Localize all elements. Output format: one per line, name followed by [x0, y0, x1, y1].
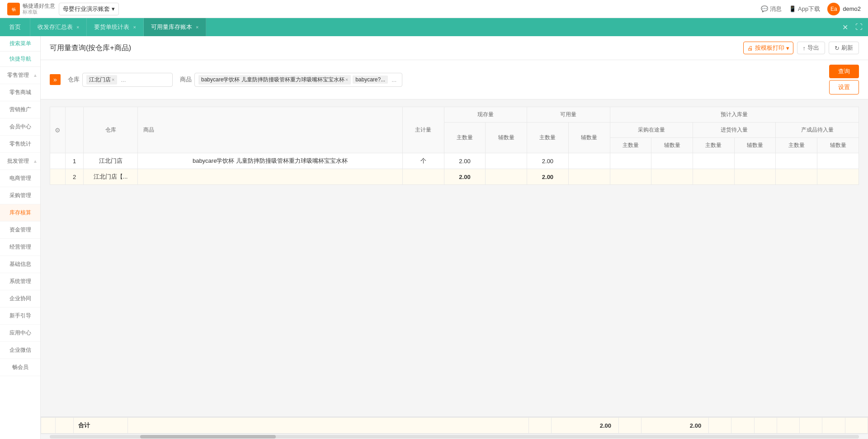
- sidebar-label-retail-stats: 零售统计: [3, 140, 38, 148]
- sidebar-item-app-center[interactable]: 应用中心: [0, 325, 40, 342]
- sidebar-item-vip[interactable]: 畅会员: [0, 359, 40, 376]
- refresh-button[interactable]: ↻ 刷新: [829, 42, 859, 54]
- warehouse-tag: 江北门店 ×: [86, 75, 117, 85]
- sidebar-item-enterprise[interactable]: 企业协同: [0, 290, 40, 307]
- print-label: 按模板打印: [755, 44, 784, 52]
- tab-available-stock-label: 可用量库存账本: [151, 23, 192, 31]
- tab-available-stock[interactable]: 可用量库存账本 ×: [144, 18, 206, 36]
- settings-button[interactable]: 设置: [829, 80, 859, 94]
- tab-order-stats[interactable]: 要货单统计表 ×: [87, 18, 143, 36]
- sidebar-item-purchase[interactable]: 采购管理: [0, 187, 40, 204]
- user-area[interactable]: Ea demo2: [827, 3, 861, 15]
- tab-order-stats-close[interactable]: ×: [133, 24, 136, 30]
- tab-receivable[interactable]: 收发存汇总表 ×: [30, 18, 87, 36]
- row1-warehouse: 江北门店: [84, 153, 138, 169]
- table-row: 1 江北门店 babycare学饮杯 儿童防摔防撞吸管杯重力球吸嘴杯宝宝水杯 个…: [50, 153, 859, 169]
- tab-available-stock-close[interactable]: ×: [196, 24, 198, 30]
- logo-area: 畅 畅捷通好生意 标准版: [7, 3, 55, 15]
- warehouse-tag-container[interactable]: 江北门店 × ...: [82, 73, 173, 87]
- export-icon: ↑: [803, 45, 806, 52]
- row2-purchase-main: [610, 169, 651, 185]
- industry-selector[interactable]: 母婴行业演示账套 ▾: [59, 3, 119, 15]
- row1-seq: 1: [66, 153, 84, 169]
- nav-right-icons: ✕ ⛶: [837, 18, 868, 36]
- col-forecast-group: 预计入库量: [610, 107, 859, 123]
- row2-unit: [402, 169, 444, 185]
- footer-label: 合计: [74, 418, 128, 434]
- logo-icon: 畅: [7, 3, 20, 15]
- sidebar-item-wholesale[interactable]: 批发管理 ▲: [0, 153, 40, 170]
- warehouse-more-dots[interactable]: ...: [119, 76, 127, 83]
- sidebar-item-guide[interactable]: 新手引导: [0, 307, 40, 325]
- col-available-sub-header: 辅数量: [568, 123, 610, 153]
- sidebar-label-operations: 经营管理: [3, 243, 38, 251]
- col-production-sub-header: 辅数量: [817, 138, 859, 153]
- sidebar-item-member[interactable]: 会员中心: [0, 118, 40, 136]
- footer-unit: [529, 418, 552, 434]
- sidebar-search[interactable]: 搜索菜单: [0, 36, 40, 52]
- sidebar-label-purchase: 采购管理: [3, 192, 38, 199]
- row1-purchase-main: [610, 153, 651, 169]
- filter-bar: » 仓库 江北门店 × ... 商品 babycare学饮杯 儿童防摔防撞吸管杯…: [41, 60, 868, 99]
- tab-home-label: 首页: [9, 23, 21, 31]
- product-tag1-remove[interactable]: ×: [345, 77, 348, 82]
- app-download-button[interactable]: 📱 App下载: [789, 5, 820, 13]
- sidebar-item-basic-info[interactable]: 基础信息: [0, 256, 40, 273]
- row2-production-main: [776, 169, 817, 185]
- sidebar-label-basic-info: 基础信息: [3, 260, 38, 268]
- product-more-dots[interactable]: ...: [390, 76, 398, 83]
- scrollbar-thumb[interactable]: [140, 435, 276, 439]
- sidebar-quick-nav[interactable]: 快捷导航: [0, 52, 40, 67]
- sidebar-item-retail-mall[interactable]: 零售商城: [0, 84, 40, 101]
- table-footer: 合计 2.00 2.00: [41, 416, 868, 434]
- print-button[interactable]: 🖨 按模板打印 ▾: [743, 42, 793, 54]
- footer-col2: [56, 418, 74, 434]
- sidebar-label-retail-mgmt: 零售管理: [3, 71, 33, 79]
- username: demo2: [843, 5, 861, 12]
- filter-toggle-button[interactable]: »: [50, 74, 61, 85]
- footer-product: [128, 418, 529, 434]
- row2-incoming-sub: [734, 169, 776, 185]
- sidebar-search-label: 搜索菜单: [9, 40, 31, 47]
- horizontal-scrollbar[interactable]: [41, 434, 868, 439]
- sidebar-item-inventory[interactable]: 库存核算: [0, 204, 40, 222]
- content-area: 可用量查询(按仓库+商品) 🖨 按模板打印 ▾ ↑ 导出 ↻ 刷新: [41, 36, 868, 439]
- message-button[interactable]: 💬 消息: [761, 5, 782, 13]
- col-seq-header: [66, 107, 84, 153]
- print-chevron: ▾: [786, 45, 789, 52]
- col-unit-header: 主计量: [402, 107, 444, 153]
- sidebar-item-marketing[interactable]: 营销推广: [0, 101, 40, 118]
- nav-expand-icon[interactable]: ⛶: [854, 21, 864, 33]
- sidebar-item-operations[interactable]: 经营管理: [0, 239, 40, 256]
- tab-receivable-close[interactable]: ×: [76, 24, 79, 30]
- settings-gear-icon[interactable]: ⚙: [55, 127, 61, 134]
- footer-current-main: 2.00: [552, 418, 619, 434]
- page-header: 可用量查询(按仓库+商品) 🖨 按模板打印 ▾ ↑ 导出 ↻ 刷新: [41, 36, 868, 60]
- col-incoming-sub-header: 辅数量: [734, 138, 776, 153]
- sidebar-item-ecommerce[interactable]: 电商管理: [0, 170, 40, 187]
- export-button[interactable]: ↑ 导出: [797, 42, 826, 54]
- tab-home[interactable]: 首页: [0, 18, 30, 36]
- col-settings-header: ⚙: [50, 107, 66, 153]
- warehouse-tag-remove[interactable]: ×: [112, 77, 114, 82]
- chevron-icon: ▲: [33, 73, 38, 78]
- sidebar-label-guide: 新手引导: [3, 312, 38, 320]
- query-button[interactable]: 查询: [829, 65, 859, 78]
- nav-close-icon[interactable]: ✕: [840, 21, 850, 33]
- product-tag2-text: babycare?...: [355, 76, 385, 83]
- row1-checkbox: [50, 153, 66, 169]
- sidebar-quick-nav-label: 快捷导航: [9, 56, 31, 62]
- sidebar-label-app-center: 应用中心: [3, 329, 38, 337]
- footer-row: 合计 2.00 2.00: [41, 418, 868, 434]
- sidebar-item-retail-stats[interactable]: 零售统计: [0, 136, 40, 153]
- sidebar-item-wechat[interactable]: 企业微信: [0, 342, 40, 359]
- sidebar-label-vip: 畅会员: [3, 363, 38, 371]
- product-tag-container[interactable]: babycare学饮杯 儿童防摔防撞吸管杯重力球吸嘴杯宝宝水杯 × babyca…: [194, 73, 402, 87]
- product-filter: 商品 babycare学饮杯 儿童防摔防撞吸管杯重力球吸嘴杯宝宝水杯 × bab…: [180, 73, 402, 87]
- sidebar-item-system[interactable]: 系统管理: [0, 273, 40, 290]
- row2-checkbox: [50, 169, 66, 185]
- sidebar-item-finance[interactable]: 资金管理: [0, 222, 40, 239]
- footer-current-sub: [619, 418, 642, 434]
- page-actions: 🖨 按模板打印 ▾ ↑ 导出 ↻ 刷新: [743, 42, 859, 54]
- sidebar-item-retail-mgmt[interactable]: 零售管理 ▲: [0, 67, 40, 84]
